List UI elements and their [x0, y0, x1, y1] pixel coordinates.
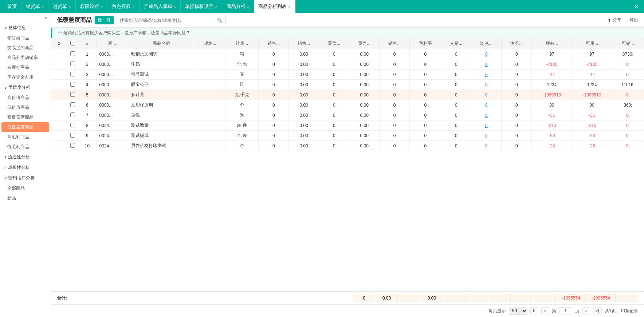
row-cover2: 0.00 — [349, 70, 380, 80]
row-checkbox[interactable] — [67, 90, 78, 100]
nav-item-进货单[interactable]: 进货单× — [48, 0, 75, 13]
table-row: 2 0000... 牛奶 个,包 0 0.00 0 0.00 0 0 0 0 0… — [51, 59, 644, 70]
sidebar-group-整体信息[interactable]: ∨整体信息 — [0, 23, 51, 33]
row-checkbox[interactable] — [67, 100, 78, 110]
last-page-button[interactable]: >| — [593, 307, 602, 314]
search-icon[interactable]: 🔍 — [217, 18, 223, 23]
row-sellable: 0: — [612, 131, 644, 141]
row-cover2: 0.00 — [349, 131, 380, 141]
table-row: 9 0024... 测试提成 个,袋 0 0.00 0 0.00 0 0 0 0… — [51, 131, 644, 141]
share-button[interactable]: ⬆ 分享 — [608, 17, 621, 23]
sidebar-item-高毛利商品[interactable]: 高毛利商品 — [0, 132, 51, 142]
sidebar-group-营销推广分析[interactable]: ∨营销推广分析 — [0, 173, 51, 183]
row-checkbox[interactable] — [67, 49, 78, 59]
sidebar-item-有库存商品[interactable]: 有库存商品 — [0, 63, 51, 72]
sidebar-item-低覆盖度商品[interactable]: 低覆盖度商品 — [1, 122, 49, 132]
row-browse1[interactable]: 0 — [471, 70, 502, 80]
row-checkbox[interactable] — [67, 80, 78, 90]
row-browse1[interactable]: 0 — [471, 90, 502, 100]
nav-close-icon[interactable]: × — [68, 4, 71, 9]
row-checkbox[interactable] — [67, 59, 78, 70]
column-settings-icon[interactable]: ⚙ — [51, 38, 67, 49]
export-label: 导出 — [629, 17, 638, 23]
row-checkbox[interactable] — [67, 70, 78, 80]
row-cover2: 0.00 — [349, 120, 380, 131]
page-size-select[interactable]: 50 20 100 — [509, 307, 527, 315]
row-checkbox[interactable] — [67, 110, 78, 120]
row-name: 测试数量 — [128, 120, 195, 131]
sidebar-item-新品[interactable]: 新品 — [0, 193, 51, 203]
sidebar-item-库存资金占用[interactable]: 库存资金占用 — [0, 72, 51, 82]
nav-item-角色授权[interactable]: 角色授权× — [107, 0, 139, 13]
sidebar-item-高覆盖度商品[interactable]: 高覆盖度商品 — [0, 112, 51, 122]
content-area: 低覆盖度商品 近一月 🔍 ⬆ 分享 ↓ 导出 ☆ 这类商品只有很少客户购买过，是… — [51, 13, 644, 317]
sidebar-group-成长性分析[interactable]: >成长性分析 — [0, 162, 51, 173]
row-unit: 箱 — [225, 49, 259, 59]
close-window-btn[interactable]: × — [632, 3, 641, 10]
nav-item-单据模板设置[interactable]: 单据模板设置× — [181, 0, 222, 13]
sidebar-item-低价值商品[interactable]: 低价值商品 — [0, 103, 51, 112]
row-browse1[interactable]: 0 — [471, 141, 502, 151]
row-sales-amt: 0.00 — [289, 131, 319, 141]
nav-item-销货单[interactable]: 销货单× — [21, 0, 48, 13]
footer-trans — [489, 294, 511, 302]
sidebar-item-全部商品[interactable]: 全部商品 — [0, 183, 51, 193]
nav-item-商品分析[interactable]: 商品分析× — [222, 0, 254, 13]
row-browse1[interactable]: 0 — [471, 131, 502, 141]
table-row: 10 0024... 属性价格打印测试 个 0 0.00 0 0.00 0 0 … — [51, 141, 644, 151]
sidebar-item-高价值商品[interactable]: 高价值商品 — [0, 93, 51, 103]
sidebar-item-交易过的商品[interactable]: 交易过的商品 — [0, 43, 51, 53]
next-page-button[interactable]: > — [582, 307, 590, 314]
first-page-button[interactable]: K — [530, 307, 538, 314]
row-gross-rate: 0 — [410, 100, 441, 110]
row-checkbox[interactable] — [67, 131, 78, 141]
row-unit: 个,袋 — [225, 131, 259, 141]
row-avail-qty: -210 — [572, 120, 612, 131]
table-row: 1 0000... 旺辅批次测试 箱 0 0.00 0 0.00 0 0 0 0… — [51, 49, 644, 59]
nav-close-icon[interactable]: × — [247, 4, 249, 9]
prev-page-button[interactable]: < — [541, 307, 549, 314]
nav-item-产成品入库单[interactable]: 产成品入库单× — [140, 0, 181, 13]
row-browse1[interactable]: 0 — [471, 59, 502, 70]
row-trans: 0 — [441, 100, 471, 110]
nav-item-商品分析列表[interactable]: 商品分析列表× — [254, 0, 295, 13]
nav-close-icon[interactable]: × — [174, 4, 176, 9]
col-sellable: 可销... — [612, 38, 644, 49]
row-browse1[interactable]: 0 — [471, 110, 502, 120]
row-browse1[interactable]: 0 — [471, 120, 502, 131]
row-settings — [51, 120, 67, 131]
nav-close-icon[interactable]: × — [215, 4, 217, 9]
row-cover1: 0 — [319, 141, 349, 151]
export-button[interactable]: ↓ 导出 — [626, 17, 638, 23]
row-trans: 0 — [441, 80, 471, 90]
sidebar-collapse-btn[interactable]: « — [0, 13, 51, 23]
nav-item-首页[interactable]: 首页 — [3, 0, 21, 13]
sidebar-item-商品分类动销率[interactable]: 商品分类动销率 — [0, 53, 51, 63]
nav-item-权限设置[interactable]: 权限设置× — [76, 0, 107, 13]
row-sales-qty: 0 — [259, 120, 289, 131]
nav-close-icon[interactable]: × — [288, 4, 290, 9]
sidebar-group-类群度分析[interactable]: ∨类群度分析 — [0, 82, 51, 93]
nav-close-icon[interactable]: × — [132, 4, 134, 9]
select-all-checkbox[interactable] — [67, 38, 78, 49]
period-button[interactable]: 近一月 — [95, 16, 114, 24]
nav-close-icon[interactable]: × — [101, 4, 103, 9]
sidebar-group-流通性分析[interactable]: >流通性分析 — [0, 152, 51, 162]
row-browse1[interactable]: 0 — [471, 49, 502, 59]
search-input[interactable] — [120, 18, 217, 23]
row-sales-qty: 0 — [259, 49, 289, 59]
row-spec — [195, 100, 225, 110]
nav-close-icon[interactable]: × — [42, 4, 44, 9]
row-checkbox[interactable] — [67, 120, 78, 131]
row-code: 0000... — [96, 90, 128, 100]
row-settings — [51, 49, 67, 59]
row-num: 7 — [78, 110, 96, 120]
row-checkbox[interactable] — [67, 141, 78, 151]
row-browse1[interactable]: 0 — [471, 80, 502, 90]
row-browse1[interactable]: 0 — [471, 100, 502, 110]
sidebar-item-销售类商品[interactable]: 销售类商品 — [0, 33, 51, 43]
row-now-qty: 97 — [532, 49, 572, 59]
row-cover2: 0.00 — [349, 90, 380, 100]
current-page-input[interactable] — [559, 307, 572, 314]
sidebar-item-低毛利商品[interactable]: 低毛利商品 — [0, 142, 51, 152]
